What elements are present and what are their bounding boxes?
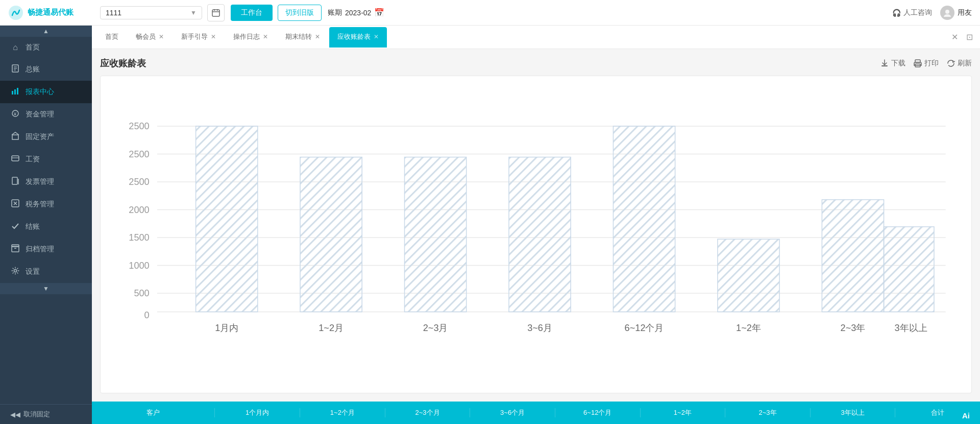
logo-area: 畅捷通易代账 xyxy=(8,5,100,20)
content-area: 首页 畅会员 ✕ 新手引导 ✕ 操作日志 ✕ 期末结转 ✕ 应收账龄表 ✕ xyxy=(92,26,980,424)
refresh-icon xyxy=(947,59,955,67)
sidebar-item-invoice[interactable]: 发票管理 xyxy=(0,171,92,193)
tab-log-close[interactable]: ✕ xyxy=(263,33,268,40)
svg-rect-11 xyxy=(12,91,13,95)
svg-point-27 xyxy=(14,270,17,272)
service-button[interactable]: 🎧 人工咨询 xyxy=(892,8,932,17)
top-right-area: 🎧 人工咨询 用友 xyxy=(892,6,972,20)
period-area: 账期 2023-02 📅 xyxy=(328,8,384,17)
sidebar-item-home[interactable]: ⌂ 首页 xyxy=(0,37,92,58)
svg-text:2500: 2500 xyxy=(129,121,149,131)
print-icon xyxy=(914,59,922,67)
tab-guide-close[interactable]: ✕ xyxy=(211,33,216,40)
sidebar-item-tax[interactable]: 税务管理 xyxy=(0,193,92,216)
svg-rect-54 xyxy=(822,200,884,312)
tab-aging-close[interactable]: ✕ xyxy=(374,33,379,40)
tab-guide-label: 新手引导 xyxy=(181,32,208,41)
print-label: 打印 xyxy=(924,59,939,68)
sidebar-label-general-ledger: 总账 xyxy=(26,65,40,74)
table-header-6-12month: 6~12个月 xyxy=(555,408,641,417)
scroll-down-indicator[interactable]: ▼ xyxy=(0,283,92,294)
sidebar-label-reports: 报表中心 xyxy=(26,87,54,97)
download-icon xyxy=(880,59,889,67)
logo-icon xyxy=(8,5,23,20)
tab-closing-close[interactable]: ✕ xyxy=(315,33,320,40)
assets-icon xyxy=(10,132,20,142)
tax-icon xyxy=(10,199,20,209)
tab-member[interactable]: 畅会员 ✕ xyxy=(128,27,172,48)
tab-closing[interactable]: 期末结转 ✕ xyxy=(277,27,328,48)
sidebar-label-funds: 资金管理 xyxy=(26,110,54,119)
tabs-close-button[interactable]: ✕ xyxy=(949,30,960,44)
user-area[interactable]: 用友 xyxy=(940,6,972,20)
page-actions: 下载 打印 刷新 xyxy=(880,59,972,68)
svg-text:3年以上: 3年以上 xyxy=(895,323,927,333)
table-header-3year-plus: 3年以上 xyxy=(811,408,896,417)
sidebar-label-assets: 固定资产 xyxy=(26,132,54,142)
sidebar-item-assets[interactable]: 固定资产 xyxy=(0,126,92,148)
calendar-icon xyxy=(212,9,220,17)
workbench-button[interactable]: 工作台 xyxy=(231,5,273,21)
sidebar-item-archive[interactable]: 归档管理 xyxy=(0,238,92,261)
table-header-1-2year: 1~2年 xyxy=(641,408,726,417)
avatar xyxy=(940,6,954,20)
sidebar-item-salary[interactable]: 工资 xyxy=(0,148,92,171)
closing-icon xyxy=(10,222,20,232)
svg-text:3~6月: 3~6月 xyxy=(527,323,552,333)
tab-member-close[interactable]: ✕ xyxy=(159,33,164,40)
svg-rect-50 xyxy=(405,157,467,312)
print-button[interactable]: 打印 xyxy=(914,59,939,68)
ai-label: Ai xyxy=(962,411,970,420)
sidebar-collapse-button[interactable]: ◀◀ 取消固定 xyxy=(0,404,92,424)
switch-version-button[interactable]: 切到旧版 xyxy=(278,5,322,21)
table-header-2-3year: 2~3年 xyxy=(725,408,811,417)
main-layout: ▲ ⌂ 首页 总账 报表中心 ¥ 资金管理 xyxy=(0,26,980,424)
tab-log[interactable]: 操作日志 ✕ xyxy=(225,27,276,48)
sidebar-item-closing[interactable]: 结账 xyxy=(0,216,92,238)
svg-text:1500: 1500 xyxy=(129,232,149,243)
svg-rect-12 xyxy=(14,89,16,95)
tabs-bar: 首页 畅会员 ✕ 新手引导 ✕ 操作日志 ✕ 期末结转 ✕ 应收账龄表 ✕ xyxy=(92,26,980,49)
dropdown-arrow-icon: ▼ xyxy=(190,9,197,16)
logo-text: 畅捷通易代账 xyxy=(28,8,74,17)
salary-icon xyxy=(10,154,20,164)
sidebar-item-reports[interactable]: 报表中心 xyxy=(0,81,92,103)
table-header-3-6month: 3~6个月 xyxy=(470,408,555,417)
sidebar-label-archive: 归档管理 xyxy=(26,245,54,254)
sidebar-item-settings[interactable]: 设置 xyxy=(0,261,92,283)
svg-rect-25 xyxy=(12,245,19,247)
refresh-button[interactable]: 刷新 xyxy=(947,59,972,68)
sidebar-label-salary: 工资 xyxy=(26,155,40,164)
table-header-2-3month: 2~3个月 xyxy=(385,408,471,417)
download-button[interactable]: 下载 xyxy=(880,59,905,68)
tab-aging[interactable]: 应收账龄表 ✕ xyxy=(329,27,387,48)
tab-guide[interactable]: 新手引导 ✕ xyxy=(173,27,224,48)
svg-text:1~2年: 1~2年 xyxy=(736,323,761,333)
svg-rect-53 xyxy=(718,239,779,312)
tab-home[interactable]: 首页 xyxy=(97,27,127,48)
refresh-label: 刷新 xyxy=(958,59,972,68)
tab-log-label: 操作日志 xyxy=(233,32,260,41)
calendar-button[interactable] xyxy=(207,4,225,21)
svg-text:2~3年: 2~3年 xyxy=(841,323,866,333)
company-selector[interactable]: 1111 ▼ xyxy=(100,6,202,19)
svg-rect-49 xyxy=(300,157,362,312)
tab-home-label: 首页 xyxy=(105,32,118,41)
page-content: 应收账龄表 下载 打印 刷新 xyxy=(92,49,980,402)
download-label: 下载 xyxy=(891,59,905,68)
svg-text:2500: 2500 xyxy=(129,177,149,187)
svg-text:1000: 1000 xyxy=(129,261,149,271)
archive-icon xyxy=(10,244,20,254)
table-header-bar: 客户 1个月内 1~2个月 2~3个月 3~6个月 6~12个月 1~2年 2~… xyxy=(92,402,980,424)
tabs-maximize-button[interactable]: ⊡ xyxy=(964,30,975,44)
tab-aging-label: 应收账龄表 xyxy=(337,32,371,41)
svg-text:500: 500 xyxy=(134,288,149,298)
sidebar-item-funds[interactable]: ¥ 资金管理 xyxy=(0,103,92,126)
sidebar-label-closing: 结账 xyxy=(26,222,40,231)
ai-badge[interactable]: Ai xyxy=(952,407,980,424)
period-label: 账期 xyxy=(328,8,342,17)
sidebar-item-general-ledger[interactable]: 总账 xyxy=(0,58,92,81)
scroll-up-indicator[interactable]: ▲ xyxy=(0,26,92,37)
svg-point-6 xyxy=(944,14,951,17)
period-calendar-icon[interactable]: 📅 xyxy=(374,8,384,17)
